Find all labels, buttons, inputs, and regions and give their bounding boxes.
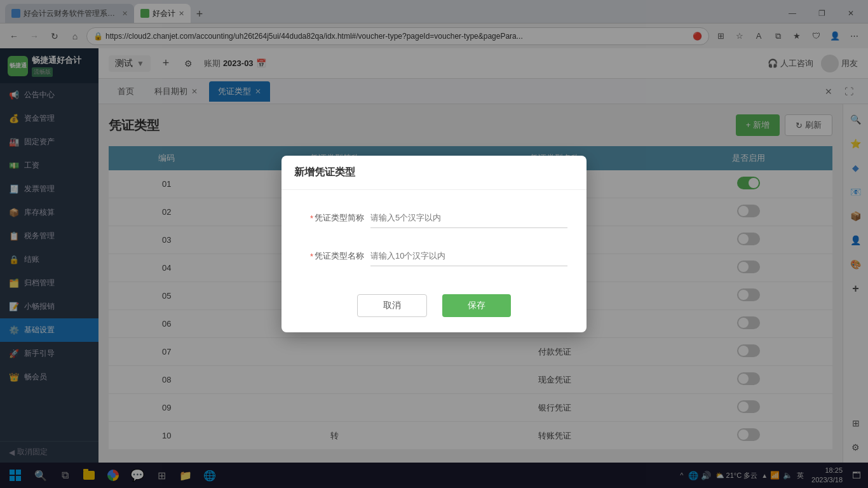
form-row-abbr: * 凭证类型简称 [301,208,567,228]
required-star2: * [310,252,313,261]
cancel-button[interactable]: 取消 [357,294,427,317]
modal-title: 新增凭证类型 [294,166,355,179]
modal-header: 新增凭证类型 [281,156,587,190]
form-row-name: * 凭证类型名称 [301,246,567,266]
modal-body: * 凭证类型简称 * 凭证类型名称 [281,190,587,287]
required-star: * [310,214,313,223]
abbr-input[interactable] [370,208,567,228]
form-label-name: * 凭证类型名称 [301,250,370,262]
modal-overlay: 新增凭证类型 * 凭证类型简称 * 凭证类型名称 取消 保存 [0,0,868,488]
form-label-abbr: * 凭证类型简称 [301,212,370,224]
name-input[interactable] [370,246,567,266]
modal-footer: 取消 保存 [281,287,587,332]
save-button[interactable]: 保存 [442,294,511,317]
modal: 新增凭证类型 * 凭证类型简称 * 凭证类型名称 取消 保存 [281,156,587,332]
